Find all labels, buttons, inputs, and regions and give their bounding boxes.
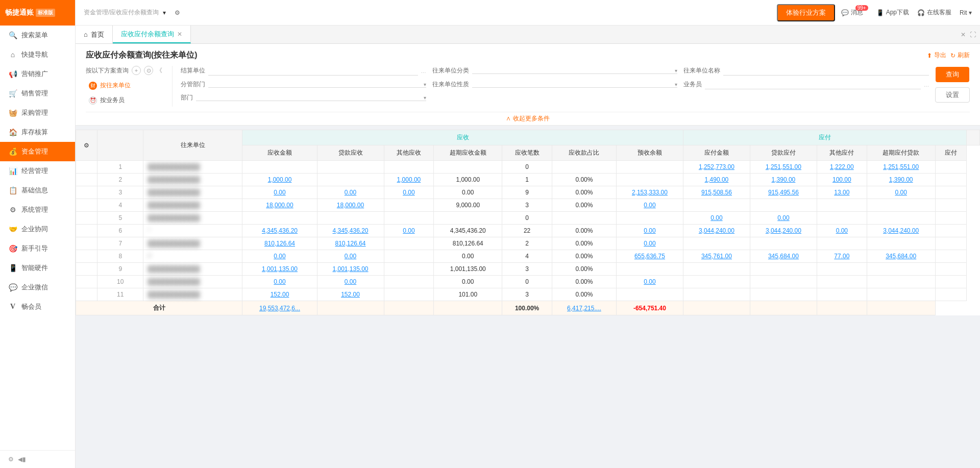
table-row: 4 ████████████ 18,000.00 18,000.00 9,000… [76, 199, 980, 212]
sidebar-item-wechat[interactable]: 💬 企业微信 [0, 278, 75, 297]
sidebar-item-finance[interactable]: 💰 资金管理 [0, 142, 75, 161]
row-partner: ████████████ [143, 276, 242, 288]
scheme-salesman-label: 按业务员 [100, 96, 125, 105]
total-ar-prepay[interactable]: 6,417,215.... [552, 301, 616, 315]
sidebar-item-smart-hw[interactable]: 📱 智能硬件 [0, 258, 75, 278]
total-ar-amount[interactable]: 19,553,472,6... [242, 301, 317, 315]
sales-icon: 🛒 [8, 89, 17, 98]
sidebar-item-search-menu[interactable]: 🔍 搜索菜单 [0, 26, 75, 45]
message-button[interactable]: 💬 消息 99+ [841, 8, 863, 17]
home-icon: ⌂ [84, 31, 88, 38]
settlement-unit-input[interactable] [208, 66, 418, 76]
total-label: 合计 [76, 301, 242, 315]
app-download-button[interactable]: 📱 App下载 [876, 8, 909, 17]
dept-arrow: ▾ [424, 95, 426, 101]
collapse-sidebar-icon[interactable]: ◀▮ [18, 456, 26, 463]
collapse-label: 收起更多条件 [513, 115, 550, 122]
col-settings-icon[interactable]: ⚙ [76, 130, 97, 161]
salesman-dots[interactable]: ... [924, 81, 929, 88]
close-all-icon[interactable]: ✕ [961, 31, 966, 38]
sidebar-item-sales[interactable]: 🛒 销售管理 [0, 84, 75, 103]
sidebar-item-newbie[interactable]: 🎯 新手引导 [0, 239, 75, 258]
sidebar-item-label: 新手引导 [21, 244, 48, 253]
row-settings [76, 225, 97, 237]
sidebar-item-quick-nav[interactable]: ⌂ 快捷导航 [0, 45, 75, 64]
collapse-more-btn[interactable]: ∧ 收起更多条件 [86, 112, 970, 125]
sidebar-item-operations[interactable]: 📊 经营管理 [0, 161, 75, 181]
sidebar-item-purchase[interactable]: 🧺 采购管理 [0, 103, 75, 122]
settlement-unit-dots[interactable]: ... [421, 67, 426, 75]
sidebar-item-marketing[interactable]: 📢 营销推广 [0, 64, 75, 84]
table-row: 6 ^ 4,345,436.20 4,345,436.20 0.00 4,345… [76, 225, 980, 237]
row-partner: ████████████ [143, 288, 242, 301]
breadcrumb: 资金管理/应收应付余额查询 [84, 8, 159, 17]
row-seq: 9 [97, 263, 143, 276]
dept-manager-label: 分管部门 [181, 80, 205, 89]
row-partner: ████████████ [143, 186, 242, 199]
row-settings [76, 237, 97, 250]
row-partner: P [143, 250, 242, 263]
table-row: 11 ████████████ 152.00 152.00 101.00 3 0… [76, 288, 980, 301]
row-partner: ^ [143, 225, 242, 237]
row-settings [76, 250, 97, 263]
export-icon: ⬆ [927, 52, 932, 59]
chevron-up-icon: ∧ [506, 115, 511, 122]
breadcrumb-dropdown[interactable]: ▾ [163, 9, 166, 16]
partner-category-select[interactable]: ▾ [472, 68, 678, 74]
tabbar: ⌂ 首页 应收应付余额查询 ✕ ✕ ⛶ [76, 26, 980, 44]
table-row: 1 ████████████ 0 1,252,773.00 1,251,551.… [76, 161, 980, 174]
table-container[interactable]: ⚙ 往来单位 应收 应付 应收金额 贷款应收 其他应收 超期应收金额 应收笔数 … [76, 126, 980, 468]
tab-close-icon[interactable]: ✕ [177, 31, 182, 38]
row-partner: ████████████ [143, 263, 242, 276]
partner-nature-select[interactable]: ▾ [472, 82, 678, 88]
add-scheme-button[interactable]: + [132, 66, 141, 75]
scheme-collapse-button[interactable]: 《 [156, 66, 162, 75]
scheme-salesman[interactable]: ⏰ 按业务员 [86, 94, 166, 107]
service-button[interactable]: 🎧 在线客服 [917, 8, 951, 17]
dept-manager-arrow: ▾ [424, 82, 426, 87]
promo-button[interactable]: 体验行业方案 [777, 4, 835, 21]
export-button[interactable]: ⬆ 导出 [927, 51, 946, 60]
tab-ar-ap[interactable]: 应收应付余额查询 ✕ [113, 26, 191, 43]
chevron-down-icon: ▾ [163, 9, 166, 16]
row-seq: 1 [97, 161, 143, 174]
set-button[interactable]: 设置 [935, 87, 970, 103]
sidebar: 畅捷通账 标准版 🔍 搜索菜单 ⌂ 快捷导航 📢 营销推广 🛒 销售管理 🧺 采… [0, 0, 76, 468]
sidebar-item-enterprise[interactable]: 🤝 企业协同 [0, 219, 75, 239]
col-ap-col: 应付 [935, 145, 967, 161]
logo-text: 畅捷通账 [5, 8, 34, 17]
app-label: App下载 [886, 8, 909, 17]
sidebar-item-base-info[interactable]: 📋 基础信息 [0, 181, 75, 200]
sidebar-item-vip[interactable]: V 畅会员 [0, 297, 75, 316]
partner-name-input[interactable] [723, 66, 929, 76]
service-icon: 🎧 [917, 9, 925, 16]
sidebar-item-system[interactable]: ⚙ 系统管理 [0, 200, 75, 219]
dept-select[interactable]: ▾ [196, 95, 426, 101]
dept-manager-select[interactable]: ▾ [208, 82, 426, 88]
query-button[interactable]: 查询 [936, 67, 969, 82]
col-ar-other: 其他应收 [384, 145, 434, 161]
scheme-partner-unit[interactable]: 财 按往来单位 [86, 79, 166, 92]
sidebar-item-inventory[interactable]: 🏠 库存核算 [0, 122, 75, 142]
row-seq: 2 [97, 174, 143, 186]
scheme-settings-button[interactable]: ⊙ [144, 66, 153, 75]
sidebar-item-label: 快捷导航 [21, 50, 48, 59]
row-partner: ████████████ [143, 237, 242, 250]
settings-icon[interactable]: ⚙ [8, 456, 14, 463]
partner-category-arrow: ▾ [675, 68, 677, 73]
topbar-gear-icon[interactable]: ⚙ [170, 6, 184, 20]
refresh-icon: ↻ [950, 52, 955, 59]
total-ap-amount: -654,751.40 [616, 301, 683, 315]
tab-home[interactable]: ⌂ 首页 [76, 26, 113, 43]
page-actions: ⬆ 导出 ↻ 刷新 [927, 51, 970, 60]
row-seq: 11 [97, 288, 143, 301]
finance-icon: 💰 [8, 147, 17, 156]
maximize-icon[interactable]: ⛶ [970, 31, 976, 38]
refresh-button[interactable]: ↻ 刷新 [950, 51, 970, 60]
salesman-input[interactable] [705, 80, 921, 89]
message-badge: 99+ [855, 5, 868, 11]
table-row: 7 ████████████ 810,126.64 810,126.64 810… [76, 237, 980, 250]
user-info[interactable]: Rit ▾ [960, 9, 972, 16]
sidebar-item-label: 经营管理 [21, 166, 48, 176]
col-ap-overdue: 超期应付贷款 [867, 145, 935, 161]
